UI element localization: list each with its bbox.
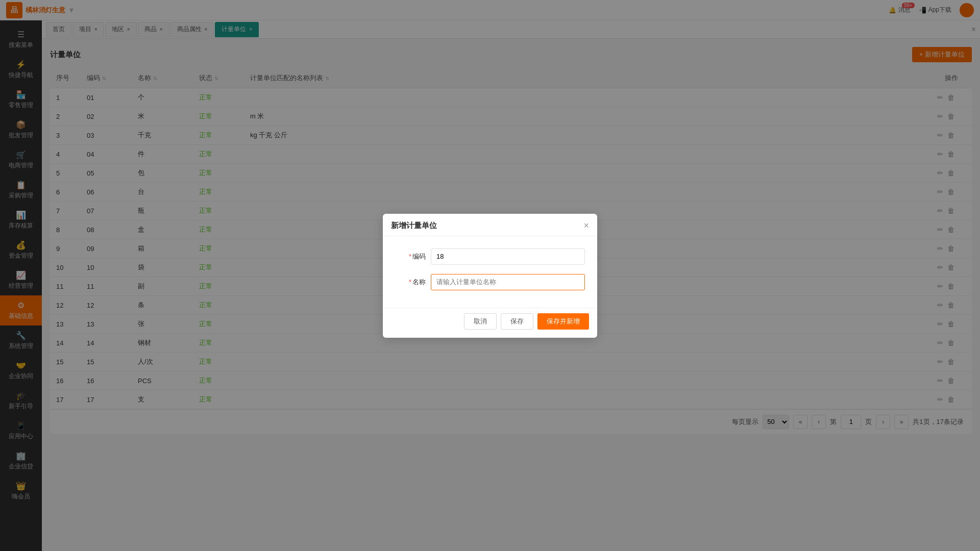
save-and-new-button[interactable]: 保存并新增 xyxy=(537,313,589,330)
code-input[interactable] xyxy=(431,248,585,265)
name-input[interactable] xyxy=(431,274,585,290)
add-unit-dialog: 新增计量单位 × *编码 *名称 取消 保存 保存并新增 xyxy=(383,214,597,338)
dialog-title: 新增计量单位 xyxy=(391,221,437,231)
name-label: *名称 xyxy=(395,278,426,287)
save-button[interactable]: 保存 xyxy=(501,313,533,330)
form-row-name: *名称 xyxy=(395,274,585,290)
modal-overlay: 新增计量单位 × *编码 *名称 取消 保存 保存并新增 xyxy=(0,0,980,551)
cancel-button[interactable]: 取消 xyxy=(464,313,497,330)
dialog-body: *编码 *名称 xyxy=(383,236,597,308)
required-mark: * xyxy=(409,253,411,260)
form-row-code: *编码 xyxy=(395,248,585,265)
dialog-close-button[interactable]: × xyxy=(583,221,589,230)
required-mark: * xyxy=(409,278,411,286)
dialog-footer: 取消 保存 保存并新增 xyxy=(383,308,597,338)
dialog-header: 新增计量单位 × xyxy=(383,214,597,236)
code-label: *编码 xyxy=(395,252,426,261)
